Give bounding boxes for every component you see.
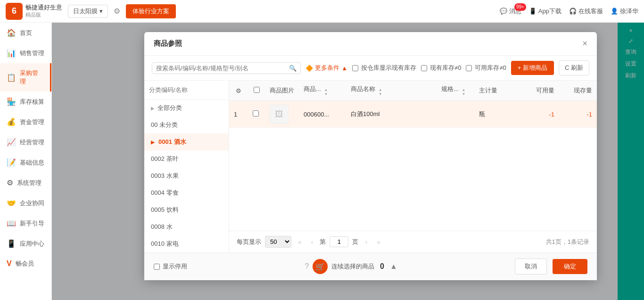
prev-page-btn[interactable]: ‹: [308, 237, 316, 247]
row-code: 000600...: [299, 101, 346, 128]
sidebar-item-home[interactable]: 🏠 首页: [0, 23, 51, 43]
gear-icon[interactable]: ⚙: [114, 7, 120, 16]
checkbox-warehouse-label[interactable]: 按仓库显示现有库存: [352, 64, 416, 72]
sidebar-item-enterprise[interactable]: 🤝 企业协同: [0, 193, 51, 213]
help-icon[interactable]: ?: [305, 262, 309, 271]
page-suffix: 页: [352, 238, 358, 246]
app-download-btn[interactable]: 📱 App下载: [529, 7, 561, 16]
cat-item-0008[interactable]: 0008 水: [144, 218, 229, 235]
online-service-btn[interactable]: 🎧 在线客服: [569, 7, 603, 16]
cat-label-0001: 0001 酒水: [158, 138, 186, 146]
category-search-area: 🔍 «: [144, 81, 229, 100]
row-name: 白酒100ml: [346, 101, 437, 128]
store-selector[interactable]: 日太阳膜 ▾: [68, 5, 108, 18]
confirm-btn[interactable]: 确定: [553, 259, 587, 274]
cat-item-0003[interactable]: 0003 水果: [144, 167, 229, 184]
page-size-select[interactable]: 10 20 50 100: [265, 236, 291, 248]
checkbox-warehouse[interactable]: [352, 65, 358, 71]
checkbox-available[interactable]: [466, 65, 472, 71]
first-page-btn[interactable]: «: [295, 237, 305, 247]
sidebar-item-purchase[interactable]: 📋 采购管理: [0, 63, 51, 92]
filter-btn[interactable]: 🔶 更多条件 ▲: [305, 64, 347, 72]
cat-item-00[interactable]: 00 未分类: [144, 117, 229, 133]
cat-item-0010[interactable]: 0010 家电: [144, 235, 229, 252]
vip-icon: V: [7, 259, 12, 268]
sidebar-label-system: 系统管理: [17, 179, 41, 187]
th-stock: 现存量: [559, 81, 597, 101]
sidebar-item-guide[interactable]: 📖 新手引导: [0, 213, 51, 233]
cat-item-0004[interactable]: 0004 零食: [144, 184, 229, 201]
checkbox-current-stock-label[interactable]: 现有库存≠0: [421, 64, 461, 72]
category-search-input[interactable]: [149, 86, 228, 93]
cart-icon: 🛒: [315, 262, 325, 271]
cancel-btn[interactable]: 取消: [515, 258, 547, 275]
th-product-name[interactable]: 商品名称 ▲▼: [346, 81, 437, 101]
notification-btn[interactable]: 💬 消息 99+: [500, 7, 521, 16]
settings-gear-icon[interactable]: ⚙: [236, 87, 241, 94]
th-settings: ⚙: [229, 81, 248, 101]
th-product-code[interactable]: 商品... ▲▼: [299, 81, 346, 101]
cat-label-0003: 0003 水果: [151, 172, 179, 180]
image-icon: 🖼: [275, 109, 283, 119]
select-all-checkbox[interactable]: [254, 87, 260, 93]
category-list: ▶ 全部分类 00 未分类 ▶ 0001 酒水 0002 茶叶: [144, 100, 229, 252]
modal-footer: 显示停用 ? 🛒 连续选择的商品 0 ▲ 取消 确定: [144, 252, 597, 280]
cat-item-0001[interactable]: ▶ 0001 酒水: [144, 133, 229, 150]
row-checkbox-cell[interactable]: [248, 101, 265, 128]
purchase-icon: 📋: [7, 73, 16, 82]
user-btn[interactable]: 👤 徐泽华: [611, 7, 638, 16]
add-product-btn[interactable]: + 新增商品: [511, 61, 554, 75]
cat-arrow-0001: ▶: [151, 140, 155, 145]
next-page-btn[interactable]: ›: [362, 237, 370, 247]
footer-collapse-btn[interactable]: ▲: [390, 262, 397, 271]
sidebar-label-enterprise: 企业协同: [20, 199, 44, 208]
th-spec[interactable]: 规格... ▲▼: [437, 81, 474, 101]
search-icon[interactable]: 🔍: [289, 65, 297, 72]
search-box[interactable]: 🔍: [152, 62, 301, 74]
cart-count: 0: [380, 262, 384, 271]
sidebar-item-basic[interactable]: 📝 基础信息: [0, 152, 51, 173]
sidebar-item-inventory[interactable]: 🏪 库存核算: [0, 92, 51, 112]
total-info: 共1页，1条记录: [546, 238, 589, 246]
row-spec: [437, 101, 474, 128]
sidebar-item-system[interactable]: ⚙ 系统管理: [0, 173, 51, 193]
sidebar-label-vip: 畅会员: [16, 259, 34, 268]
th-product-image: 商品图片: [265, 81, 299, 101]
cat-item-0005[interactable]: 0005 饮料: [144, 201, 229, 218]
cart-icon-btn[interactable]: 🛒: [313, 259, 328, 274]
online-service-label: 在线客服: [578, 7, 603, 16]
show-disabled-checkbox[interactable]: [154, 264, 160, 270]
checkbox-warehouse-text: 按仓库显示现有库存: [361, 64, 416, 72]
sidebar-item-vip[interactable]: V 畅会员: [0, 254, 51, 274]
cat-item-0002[interactable]: 0002 茶叶: [144, 150, 229, 167]
checkbox-current-stock[interactable]: [421, 65, 427, 71]
cat-item-all[interactable]: ▶ 全部分类: [144, 100, 229, 117]
show-disabled-label[interactable]: 显示停用: [154, 262, 187, 271]
refresh-btn[interactable]: C 刷新: [559, 60, 589, 75]
sidebar-label-purchase: 采购管理: [20, 69, 43, 86]
sidebar-item-finance[interactable]: 💰 资金管理: [0, 112, 51, 132]
search-input[interactable]: [156, 65, 286, 72]
store-name: 日太阳膜: [73, 7, 98, 16]
modal-header: 商品参照 ×: [144, 32, 597, 56]
row-num: 1: [229, 101, 248, 128]
sidebar-item-apps[interactable]: 📱 应用中心: [0, 233, 51, 254]
logo-icon: 6: [6, 3, 23, 20]
page-input[interactable]: [330, 236, 348, 247]
checkbox-available-label[interactable]: 可用库存≠0: [466, 64, 506, 72]
top-navbar: 6 畅捷通好生意 精品版 日太阳膜 ▾ ⚙ 体验行业方案 💬 消息 99+ 📱 …: [0, 0, 644, 23]
sidebar-item-sales[interactable]: 📊 销售管理: [0, 43, 51, 63]
sales-icon: 📊: [7, 49, 16, 58]
row-checkbox[interactable]: [253, 110, 259, 117]
table-row[interactable]: 1 🖼 000600...: [229, 101, 597, 128]
sidebar-item-business[interactable]: 📈 经营管理: [0, 132, 51, 152]
last-page-btn[interactable]: »: [374, 237, 383, 247]
experience-btn[interactable]: 体验行业方案: [126, 4, 176, 18]
filter-icon: 🔶: [305, 65, 313, 72]
sidebar-label-apps: 应用中心: [20, 240, 44, 248]
sidebar-label-business: 经营管理: [20, 138, 44, 147]
cat-label-0010: 0010 家电: [151, 240, 179, 248]
modal-close-btn[interactable]: ×: [582, 39, 587, 49]
inventory-icon: 🏪: [7, 97, 16, 106]
logo-line1: 畅捷通好生意: [25, 4, 62, 11]
